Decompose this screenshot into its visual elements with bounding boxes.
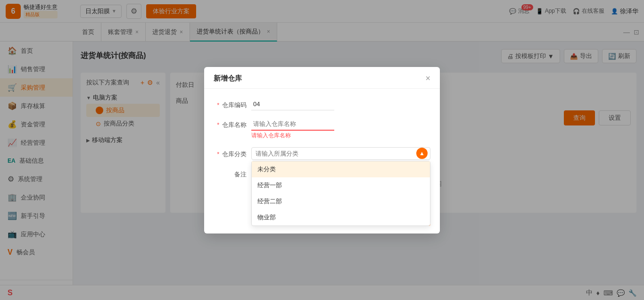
dropdown-item-dept2[interactable]: 经营二部 <box>252 193 430 209</box>
category-input[interactable] <box>251 147 430 160</box>
code-field-row: * 仓库编码 <box>214 98 430 110</box>
dialog-title: 新增仓库 <box>214 74 242 83</box>
dialog-close-button[interactable]: × <box>425 74 430 83</box>
code-input[interactable] <box>251 98 334 110</box>
dropdown-item-uncategorized[interactable]: 未分类 <box>252 161 430 177</box>
note-label: 备注 <box>214 167 247 179</box>
category-field-row: * 仓库分类 ▲ 未分类 经营一部 经营二部 物业部 <box>214 147 430 160</box>
category-input-wrap: ▲ 未分类 经营一部 经营二部 物业部 <box>251 147 430 160</box>
code-input-wrap <box>251 98 430 110</box>
name-required-star: * <box>217 121 219 128</box>
name-field-row: * 仓库名称 请输入仓库名称 <box>214 118 430 140</box>
category-required-star: * <box>217 150 219 158</box>
dialog-new-warehouse: 新增仓库 × * 仓库编码 * 仓库名称 <box>204 67 440 233</box>
name-input[interactable] <box>251 118 334 131</box>
category-dropdown: 未分类 经营一部 经营二部 物业部 <box>251 161 430 226</box>
name-input-wrap: 请输入仓库名称 <box>251 118 430 140</box>
code-required-star: * <box>217 101 219 108</box>
modal-overlay: 新增仓库 × * 仓库编码 * 仓库名称 <box>0 0 644 300</box>
category-label: * 仓库分类 <box>214 147 247 158</box>
dialog-header: 新增仓库 × <box>204 67 440 89</box>
dialog-body: * 仓库编码 * 仓库名称 请输入仓库名称 <box>204 89 440 207</box>
dropdown-item-dept1[interactable]: 经营一部 <box>252 177 430 193</box>
name-error-msg: 请输入仓库名称 <box>251 132 430 140</box>
name-label: * 仓库名称 <box>214 118 247 129</box>
code-label: * 仓库编码 <box>214 98 247 109</box>
dropdown-item-dept3[interactable]: 物业部 <box>252 209 430 225</box>
category-arrow-button[interactable]: ▲ <box>416 148 428 159</box>
